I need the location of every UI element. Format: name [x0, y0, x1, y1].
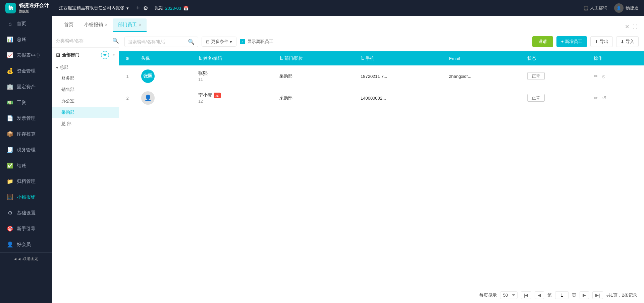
username: 畅捷通: [626, 5, 639, 11]
dept-grid-icon: ⊞: [56, 52, 60, 58]
sidebar-item-reports[interactable]: 📈 云报表中心: [0, 47, 52, 63]
sidebar-item-payroll[interactable]: 💵 工资: [0, 95, 52, 110]
sidebar-label-ledger: 总账: [17, 37, 26, 43]
page-label: 页: [572, 292, 576, 298]
table-row: 2 👤 宁小壹: [119, 87, 644, 109]
col-name-code[interactable]: ⇅ 姓名/编码: [193, 51, 274, 65]
sidebar-item-funds[interactable]: 💰 资金管理: [0, 63, 52, 79]
per-page-select[interactable]: 50 10 20 100: [500, 291, 518, 299]
sidebar-item-guide[interactable]: 🎯 新手引导: [0, 221, 52, 237]
dept-item-office[interactable]: 办公室: [52, 95, 119, 107]
row2-avatar: 👤: [136, 87, 193, 109]
dept-item-sales[interactable]: 销售部: [52, 84, 119, 95]
tab-dept-close[interactable]: ×: [139, 22, 141, 27]
sidebar-label-invoice: 发票管理: [17, 115, 36, 121]
export-button[interactable]: ⬆ 导出: [590, 36, 613, 47]
row2-refresh-btn[interactable]: ↺: [602, 95, 606, 101]
col-settings[interactable]: ⚙: [119, 51, 136, 65]
payroll-icon: 💵: [7, 99, 13, 106]
ai-consult-btn[interactable]: 🎧 人工咨询: [583, 5, 607, 11]
avatar-zhang: 张照: [141, 69, 155, 83]
settings-button[interactable]: ⚙: [143, 5, 148, 11]
row1-email: zhangxidf...: [444, 65, 522, 87]
add-button[interactable]: +: [136, 5, 140, 12]
dept-panel: 🔍 ⊞ 全部部门 ✏ « ▾ 总部 财务部: [52, 32, 119, 303]
period-value: 2023-03: [165, 6, 181, 11]
invite-button[interactable]: 邀请: [532, 36, 553, 47]
window-expand-btn[interactable]: ⛶: [633, 24, 637, 30]
sidebar-label-expense: 小畅报销: [17, 194, 36, 200]
tax-icon: 🧾: [7, 147, 13, 153]
window-close-btn[interactable]: ✕: [625, 23, 629, 30]
dept-edit-btn[interactable]: ✏: [101, 51, 109, 59]
dept-search-input[interactable]: [56, 38, 112, 43]
page-next-btn[interactable]: ▶: [580, 291, 589, 299]
ledger-icon: 📊: [7, 36, 13, 43]
filter-dropdown-icon: ▾: [230, 39, 232, 44]
dept-item-finance[interactable]: 财务部: [52, 72, 119, 84]
employee-search-box: 🔍: [124, 37, 198, 47]
employee-search-input[interactable]: [128, 39, 186, 44]
page-prev-btn[interactable]: ◀: [535, 291, 544, 299]
sidebar-item-home[interactable]: ⌂ 首页: [0, 16, 52, 32]
logo-icon: 畅: [5, 3, 16, 13]
page-first-btn[interactable]: |◀: [521, 291, 531, 299]
page-jump-label: 第: [547, 292, 552, 298]
sidebar-item-settings[interactable]: ⚙ 基础设置: [0, 205, 52, 221]
sidebar-item-member[interactable]: 👤 好会员: [0, 237, 52, 252]
sidebar: ⌂ 首页 📊 总账 📈 云报表中心 💰 资金管理 🏢 固定资产 💵 工资 📄 发…: [0, 16, 52, 303]
row1-index: 1: [119, 65, 136, 87]
dept-collapse-icon[interactable]: «: [112, 53, 115, 57]
tab-expense-close[interactable]: ×: [105, 22, 107, 27]
sidebar-item-assets[interactable]: 🏢 固定资产: [0, 79, 52, 95]
more-filter-btn[interactable]: ⊟ 更多条件 ▾: [202, 37, 236, 47]
import-button[interactable]: ⬇ 导入: [616, 36, 639, 47]
show-leave-row[interactable]: ✓ 显示离职员工: [240, 39, 273, 45]
row1-name: 张熙: [198, 70, 269, 77]
row1-avatar: 张照: [136, 65, 193, 87]
company-dropdown-icon: ▾: [126, 6, 129, 11]
sidebar-item-archive[interactable]: 📁 归档管理: [0, 173, 52, 189]
sidebar-label-member: 好会员: [17, 242, 31, 248]
row1-edit-btn[interactable]: ✏: [594, 73, 598, 79]
row2-edit-btn[interactable]: ✏: [594, 95, 598, 101]
sidebar-label-archive: 归档管理: [17, 179, 36, 185]
sidebar-item-inventory[interactable]: 📦 库存核算: [0, 126, 52, 142]
page-content: 🔍 ⊞ 全部部门 ✏ « ▾ 总部 财务部: [52, 32, 644, 303]
dept-tree: ▾ 总部 财务部 销售部 办公室 采购部: [52, 61, 119, 131]
page-input[interactable]: [555, 291, 569, 299]
col-action: 操作: [588, 51, 644, 65]
sidebar-item-expense[interactable]: 🧮 小畅报销: [0, 189, 52, 205]
row1-logout-btn[interactable]: ⎋: [602, 73, 605, 79]
tab-home-label: 首页: [64, 22, 73, 28]
export-icon: ⬆: [595, 39, 598, 44]
add-employee-button[interactable]: + 新增员工: [556, 36, 587, 47]
sidebar-item-invoice[interactable]: 📄 发票管理: [0, 110, 52, 126]
sidebar-item-close[interactable]: ✅ 结账: [0, 158, 52, 173]
row2-status: 正常: [522, 87, 589, 109]
page-last-btn[interactable]: ▶|: [592, 291, 603, 299]
row1-actions: ✏ ⎋: [588, 65, 644, 87]
sidebar-collapse-btn[interactable]: ◄◄ 取消固定: [0, 252, 52, 265]
dept-item-purchase[interactable]: 采购部: [52, 107, 119, 118]
sidebar-label-tax: 税务管理: [17, 147, 36, 153]
tab-department[interactable]: 部门员工 ×: [113, 18, 147, 32]
col-phone[interactable]: ⇅ 手机: [355, 51, 444, 65]
dept-item-headquarters[interactable]: 总 部: [52, 118, 119, 130]
sidebar-item-ledger[interactable]: 📊 总账: [0, 32, 52, 47]
toolbar-right: 邀请 + 新增员工 ⬆ 导出 ⬇ 导入: [532, 36, 639, 47]
employee-search-icon[interactable]: 🔍: [188, 39, 195, 45]
row2-code: 12: [198, 99, 269, 104]
dept-search-icon[interactable]: 🔍: [112, 38, 119, 44]
show-leave-checkbox[interactable]: ✓: [240, 39, 245, 44]
dept-all-row[interactable]: ⊞ 全部部门 ✏ «: [52, 48, 119, 61]
col-email: Email: [444, 51, 522, 65]
dept-parent-label: 总部: [60, 64, 68, 70]
sidebar-item-tax[interactable]: 🧾 税务管理: [0, 142, 52, 158]
company-selector[interactable]: 江西服宝精品有限责任公司内账张 ▾: [56, 4, 132, 12]
col-dept-position[interactable]: ⇅ 部门/职位: [274, 51, 355, 65]
tab-expense[interactable]: 小畅报销 ×: [79, 18, 113, 32]
tab-home[interactable]: 首页: [59, 18, 79, 32]
calendar-icon[interactable]: 📅: [183, 6, 189, 11]
dept-item-parent-head[interactable]: ▾ 总部: [52, 62, 119, 72]
